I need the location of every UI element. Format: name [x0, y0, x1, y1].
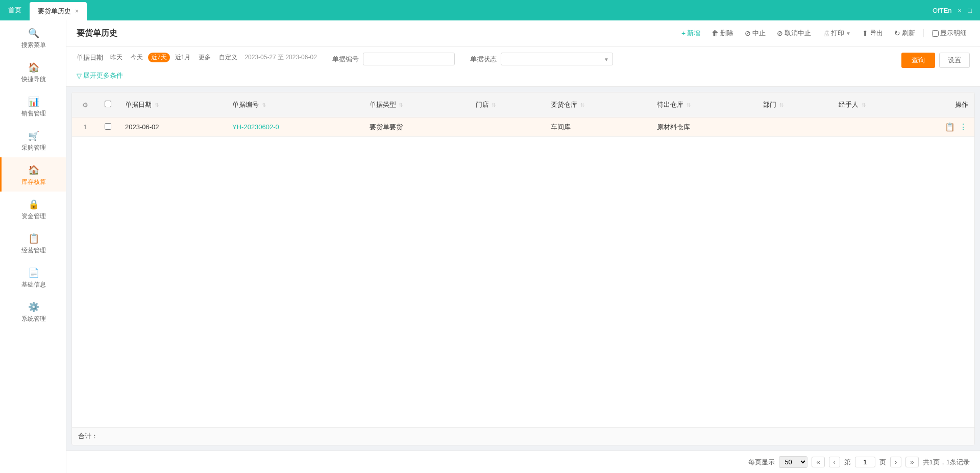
table-area: ⚙ 单据日期 ⇅ 单据编号 ⇅: [71, 92, 975, 445]
th-department-label: 部门: [763, 101, 776, 108]
next-page-button[interactable]: ›: [890, 457, 901, 467]
print-dropdown-icon: ▼: [846, 31, 851, 36]
sidebar-item-search-menu[interactable]: 🔍 搜索菜单: [0, 20, 66, 55]
export-button[interactable]: ⬆ 导出: [859, 27, 886, 40]
th-doc-date-label: 单据日期: [125, 101, 152, 108]
content-area: 要货单历史 + 新增 🗑 删除 ⊘ 中止 ⊘ 取消中止: [66, 20, 980, 473]
select-all-checkbox[interactable]: [105, 101, 111, 107]
first-page-button[interactable]: «: [812, 457, 824, 467]
finance-icon: 🔒: [28, 199, 39, 210]
sidebar-item-purchase-mgmt[interactable]: 🛒 采购管理: [0, 123, 66, 157]
new-label: 新增: [687, 29, 700, 38]
th-pending-warehouse-sort-icon[interactable]: ⇅: [687, 102, 691, 108]
date-shortcut-last7days[interactable]: 近7天: [148, 53, 170, 62]
page-size-label: 每页显示: [748, 458, 775, 467]
stop-button[interactable]: ⊘ 中止: [742, 27, 769, 40]
export-label: 导出: [870, 29, 883, 38]
show-detail-checkbox[interactable]: [932, 30, 939, 37]
page-input-label: 第: [844, 458, 851, 467]
sidebar-item-system-mgmt[interactable]: ⚙️ 系统管理: [0, 294, 66, 328]
date-shortcuts: 昨天 今天 近7天 近1月 更多 自定义: [107, 53, 240, 62]
sidebar: 🔍 搜索菜单 🏠 快捷导航 📊 销售管理 🛒 采购管理 🏠 库存核算 🔒 资金管…: [0, 20, 66, 473]
sidebar-item-basic-info[interactable]: 📄 基础信息: [0, 260, 66, 294]
table-empty-space: [72, 137, 974, 427]
column-settings-icon[interactable]: ⚙: [78, 98, 92, 112]
top-right-area: OfTEn × □: [933, 7, 980, 14]
tab-requisition-history[interactable]: 要货单历史 ×: [30, 2, 87, 20]
search-menu-icon: 🔍: [28, 28, 39, 39]
th-doc-type: 单据类型 ⇅: [363, 92, 470, 117]
row-checkbox[interactable]: [105, 123, 111, 130]
th-department: 部门 ⇅: [757, 92, 832, 117]
summary-row: 合计：: [72, 427, 974, 445]
filter-actions: 查询 设置: [901, 53, 970, 68]
date-shortcut-today[interactable]: 今天: [128, 53, 146, 62]
row-more-btn[interactable]: ⋮: [959, 123, 967, 131]
basic-info-icon: 📄: [28, 267, 39, 278]
th-handler-sort-icon[interactable]: ⇅: [862, 102, 866, 108]
th-operation-label: 操作: [955, 101, 968, 108]
inventory-icon: 🏠: [28, 164, 39, 176]
page-header: 要货单历史 + 新增 🗑 删除 ⊘ 中止 ⊘ 取消中止: [66, 20, 980, 46]
toolbar-divider: [923, 29, 924, 37]
th-department-sort-icon[interactable]: ⇅: [779, 102, 783, 108]
last-page-button[interactable]: »: [905, 457, 918, 467]
row-edit-btn[interactable]: 📋: [945, 123, 955, 131]
print-button[interactable]: 🖨 打印 ▼: [819, 27, 854, 40]
row-operations: 📋 ⋮: [923, 117, 974, 137]
new-icon: +: [681, 29, 685, 37]
status-input[interactable]: [501, 53, 613, 65]
sidebar-item-label: 采购管理: [21, 144, 46, 152]
docno-input[interactable]: [363, 53, 455, 65]
filter-top-row: 单据日期 昨天 今天 近7天 近1月 更多 自定义 2023-05-27 至 2…: [77, 53, 970, 68]
setting-button[interactable]: 设置: [939, 53, 970, 68]
page-number-input[interactable]: [855, 457, 875, 467]
tab-close-icon[interactable]: ×: [75, 8, 79, 15]
th-doc-no-label: 单据编号: [232, 101, 259, 108]
th-doc-no: 单据编号 ⇅: [226, 92, 363, 117]
date-shortcut-custom[interactable]: 自定义: [216, 53, 240, 62]
toolbar: + 新增 🗑 删除 ⊘ 中止 ⊘ 取消中止 🖨 打印: [678, 27, 970, 46]
sidebar-item-finance-mgmt[interactable]: 🔒 资金管理: [0, 192, 66, 226]
date-shortcut-last1month[interactable]: 近1月: [172, 53, 194, 62]
sidebar-item-quick-nav[interactable]: 🏠 快捷导航: [0, 55, 66, 89]
prev-page-button[interactable]: ‹: [829, 457, 840, 467]
expand-more-icon: ▽: [77, 72, 82, 80]
th-pending-warehouse-label: 待出仓库: [657, 101, 683, 108]
date-filter-label: 单据日期: [77, 53, 103, 62]
th-doc-date-sort-icon[interactable]: ⇅: [155, 102, 159, 108]
th-doc-type-sort-icon[interactable]: ⇅: [399, 102, 403, 108]
th-pending-warehouse: 待出仓库 ⇅: [651, 92, 757, 117]
row-doc-date: 2023-06-02: [119, 117, 226, 137]
th-req-warehouse-sort-icon[interactable]: ⇅: [580, 102, 584, 108]
page-title: 要货单历史: [77, 28, 117, 45]
window-close-icon[interactable]: ×: [958, 7, 962, 14]
tab-home[interactable]: 首页: [0, 0, 30, 20]
sidebar-item-label: 系统管理: [21, 315, 46, 323]
sidebar-item-inventory-check[interactable]: 🏠 库存核算: [0, 157, 66, 192]
sidebar-item-sales-mgmt[interactable]: 📊 销售管理: [0, 89, 66, 123]
delete-button[interactable]: 🗑 删除: [708, 27, 737, 40]
row-pending-warehouse: 原材料仓库: [651, 117, 757, 137]
cancel-stop-button[interactable]: ⊘ 取消中止: [774, 27, 814, 40]
th-req-warehouse-label: 要货仓库: [551, 101, 577, 108]
sidebar-item-operations-mgmt[interactable]: 📋 经营管理: [0, 226, 66, 260]
quick-nav-icon: 🏠: [28, 62, 39, 73]
th-store-sort-icon[interactable]: ⇅: [492, 102, 496, 108]
expand-more-btn[interactable]: ▽ 展开更多条件: [77, 71, 970, 80]
row-department: [757, 117, 832, 137]
tab-home-label: 首页: [8, 6, 21, 15]
window-maximize-icon[interactable]: □: [968, 7, 972, 14]
date-shortcut-yesterday[interactable]: 昨天: [107, 53, 126, 62]
th-doc-no-sort-icon[interactable]: ⇅: [262, 102, 266, 108]
page-size-select[interactable]: 50 10 20 100: [779, 456, 807, 468]
date-shortcut-more[interactable]: 更多: [195, 53, 214, 62]
query-button[interactable]: 查询: [901, 53, 935, 68]
row-doc-no-link[interactable]: YH-20230602-0: [232, 123, 279, 131]
refresh-button[interactable]: ↻ 刷新: [891, 27, 918, 40]
sidebar-item-label: 搜索菜单: [21, 41, 46, 50]
row-doc-no: YH-20230602-0: [226, 117, 363, 137]
th-handler-label: 经手人: [839, 101, 859, 108]
new-button[interactable]: + 新增: [678, 27, 703, 40]
show-detail-button[interactable]: 显示明细: [929, 27, 970, 40]
